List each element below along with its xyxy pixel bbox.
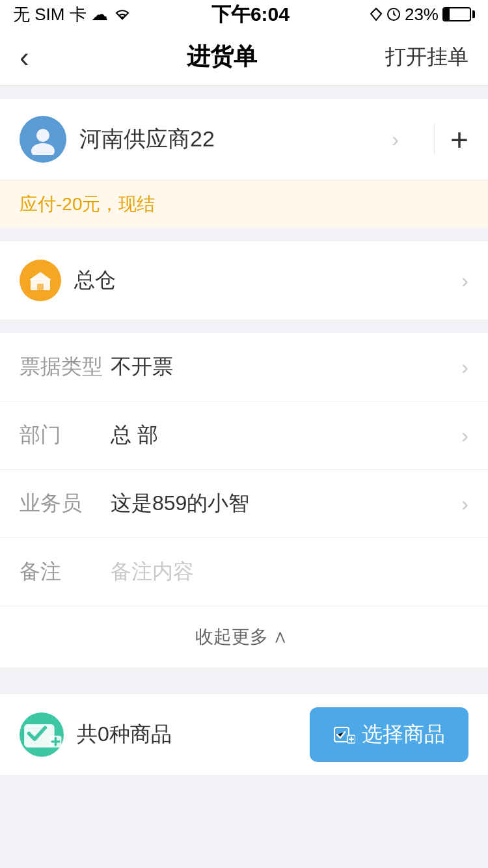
invoice-type-label: 票据类型 <box>20 353 111 381</box>
invoice-type-row[interactable]: 票据类型 不开票 <box>0 333 488 401</box>
battery-percent: 23% <box>405 5 439 25</box>
salesperson-arrow-icon <box>461 492 468 516</box>
department-arrow-icon <box>461 424 468 448</box>
divider <box>434 124 435 155</box>
svg-marker-4 <box>29 272 51 280</box>
gap-2 <box>0 228 488 241</box>
wifi-icon <box>113 7 131 21</box>
battery-icon <box>442 7 475 21</box>
salesperson-value: 这是859的小智 <box>111 489 461 518</box>
warehouse-arrow-icon <box>461 269 468 293</box>
add-supplier-button[interactable]: + <box>450 122 468 157</box>
select-product-label: 选择商品 <box>362 720 445 749</box>
clock-icon <box>386 7 401 21</box>
department-row[interactable]: 部门 总 部 <box>0 401 488 470</box>
warehouse-name: 总仓 <box>74 266 461 295</box>
open-pending-button[interactable]: 打开挂单 <box>385 43 468 72</box>
salesperson-label: 业务员 <box>20 489 111 518</box>
gap-1 <box>0 86 488 99</box>
collapse-button[interactable]: 收起更多 ∧ <box>0 606 488 668</box>
collapse-label: 收起更多 ∧ <box>195 625 288 649</box>
fields-section: 票据类型 不开票 部门 总 部 业务员 这是859的小智 备注 备注内容 收起更… <box>0 333 488 668</box>
product-count-text: 共0种商品 <box>77 720 310 749</box>
remark-label: 备注 <box>20 558 111 586</box>
warehouse-section: 总仓 <box>0 241 488 320</box>
warehouse-icon-bg <box>20 260 61 301</box>
svg-rect-5 <box>37 284 44 290</box>
gap-3 <box>0 320 488 333</box>
supplier-arrow-icon <box>392 128 399 152</box>
department-label: 部门 <box>20 421 111 450</box>
page-background <box>0 775 488 868</box>
status-right: 23% <box>370 5 475 25</box>
svg-point-1 <box>36 129 49 142</box>
no-sim-text: 无 SIM 卡 ☁ <box>13 3 108 26</box>
product-icon-bg <box>20 712 64 757</box>
warehouse-row[interactable]: 总仓 <box>0 241 488 320</box>
supplier-section: 河南供应商22 + 应付-20元，现结 <box>0 99 488 228</box>
invoice-type-value: 不开票 <box>111 353 461 381</box>
select-product-icon <box>333 724 355 746</box>
remark-input[interactable]: 备注内容 <box>111 558 468 586</box>
nav-bar: ‹ 进货单 打开挂单 <box>0 29 488 86</box>
location-icon <box>370 7 383 21</box>
remark-row[interactable]: 备注 备注内容 <box>0 538 488 606</box>
gap-4 <box>0 668 488 681</box>
product-bar: 共0种商品 选择商品 <box>0 694 488 775</box>
supplier-name: 河南供应商22 <box>79 124 392 154</box>
salesperson-row[interactable]: 业务员 这是859的小智 <box>0 470 488 538</box>
status-bar: 无 SIM 卡 ☁ 下午6:04 23% <box>0 0 488 29</box>
status-left: 无 SIM 卡 ☁ <box>13 3 131 26</box>
notice-bar: 应付-20元，现结 <box>0 180 488 228</box>
supplier-row[interactable]: 河南供应商22 + <box>0 99 488 180</box>
page-title: 进货单 <box>187 41 257 73</box>
status-time: 下午6:04 <box>211 1 290 28</box>
department-value: 总 部 <box>111 421 461 450</box>
invoice-type-arrow-icon <box>461 355 468 379</box>
back-button[interactable]: ‹ <box>20 41 59 74</box>
select-product-button[interactable]: 选择商品 <box>310 707 468 762</box>
avatar <box>20 116 66 163</box>
svg-point-2 <box>31 143 55 155</box>
